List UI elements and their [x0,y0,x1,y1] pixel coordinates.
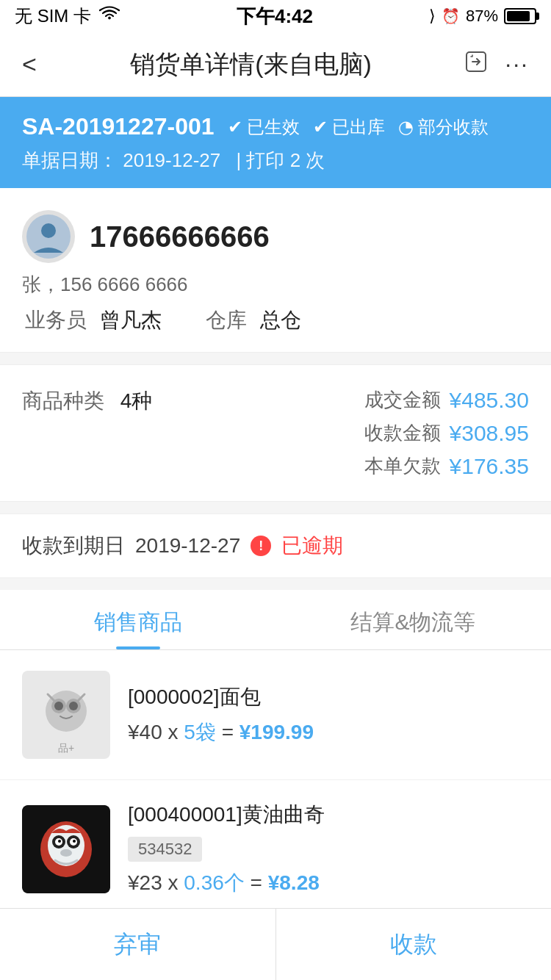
status-time: 下午4:42 [237,4,313,29]
abandon-review-button[interactable]: 弃审 [0,909,276,980]
location-icon: ⟩ [429,7,436,26]
product-list: 品+ [0000002]面包 ¥40 x 5袋 = ¥199.99 [0,650,551,933]
collect-payment-button[interactable]: 收款 [276,909,552,980]
product-item: 品+ [0000002]面包 ¥40 x 5袋 = ¥199.99 [0,650,551,780]
status-badge-partial: ◔ 部分收款 [398,115,489,139]
svg-point-18 [73,840,76,843]
category-stats: 商品种类 4种 [22,387,152,415]
customer-phone: 17666666666 [90,220,270,253]
check-icon: ✔ [228,117,242,137]
nav-actions: ··· [465,51,529,78]
staff-info: 业务员 曾凡杰 [25,306,162,334]
more-icon[interactable]: ··· [505,51,529,78]
product-name-2: [000400001]黄油曲奇 [128,801,529,829]
product-thumbnail-2 [22,805,110,893]
order-date: 单据日期： 2019-12-27 | 打印 2 次 [22,148,529,173]
clock-icon: ◔ [398,117,414,137]
status-right: ⟩ ⏰ 87% [429,7,536,26]
svg-text:品+: 品+ [58,742,74,754]
receive-amount-row: 收款金额 ¥308.95 [364,420,529,446]
bottom-bar: 弃审 收款 [0,908,551,980]
page-title: 销货单详情(来自电脑) [130,48,372,82]
product-batch-badge: 534532 [128,837,202,862]
overdue-text: 已逾期 [281,532,343,560]
status-bar: 无 SIM 卡 下午4:42 ⟩ ⏰ 87% [0,0,551,32]
battery-percent: 87% [466,7,498,26]
tabs: 销售商品 结算&物流等 [0,590,551,650]
overdue-icon: ! [251,536,271,556]
product-name: [0000002]面包 [128,683,529,711]
order-id: SA-20191227-001 [22,113,215,140]
due-date-section: 收款到期日 2019-12-27 ! 已逾期 [0,514,551,578]
wifi-icon [98,6,120,26]
status-left: 无 SIM 卡 [15,4,120,28]
warehouse-info: 仓库 总仓 [206,306,301,334]
status-badge-shipped: ✔ 已出库 [313,115,385,139]
svg-point-7 [54,702,63,710]
share-icon[interactable] [465,51,487,78]
status-badge-active: ✔ 已生效 [228,115,300,139]
customer-name-phone: 张，156 6666 6666 [22,272,529,298]
avatar [22,210,75,263]
tab-settlement[interactable]: 结算&物流等 [276,590,551,649]
product-info: [0000002]面包 ¥40 x 5袋 = ¥199.99 [128,683,529,746]
amount-stats: 成交金额 ¥485.30 收款金额 ¥308.95 本单欠款 ¥176.35 [364,387,529,479]
svg-point-8 [69,702,78,710]
svg-point-2 [41,223,56,238]
no-sim-label: 无 SIM 卡 [15,4,91,28]
product-info-2: [000400001]黄油曲奇 534532 ¥23 x 0.36个 = ¥8.… [128,801,529,897]
product-price-2: ¥23 x 0.36个 = ¥8.28 [128,869,529,897]
customer-card: 17666666666 张，156 6666 6666 业务员 曾凡杰 仓库 总… [0,188,551,353]
order-header: SA-20191227-001 ✔ 已生效 ✔ 已出库 ◔ 部分收款 单据日期：… [0,97,551,188]
svg-point-19 [60,849,72,857]
owl-image [22,805,110,893]
debt-amount-row: 本单欠款 ¥176.35 [364,453,529,479]
product-price: ¥40 x 5袋 = ¥199.99 [128,718,529,746]
stats-section: 商品种类 4种 成交金额 ¥485.30 收款金额 ¥308.95 本单欠款 ¥… [0,364,551,502]
product-thumbnail: 品+ [22,671,110,759]
tab-products[interactable]: 销售商品 [0,590,276,649]
customer-details: 业务员 曾凡杰 仓库 总仓 [22,306,529,334]
svg-point-17 [58,840,61,843]
deal-amount-row: 成交金额 ¥485.30 [364,387,529,413]
alarm-icon: ⏰ [442,7,460,25]
nav-bar: < 销货单详情(来自电脑) ··· [0,32,551,97]
product-item: [000400001]黄油曲奇 534532 ¥23 x 0.36个 = ¥8.… [0,780,551,918]
battery-icon [504,8,536,24]
back-button[interactable]: < [22,50,37,79]
check-icon-2: ✔ [313,117,328,137]
